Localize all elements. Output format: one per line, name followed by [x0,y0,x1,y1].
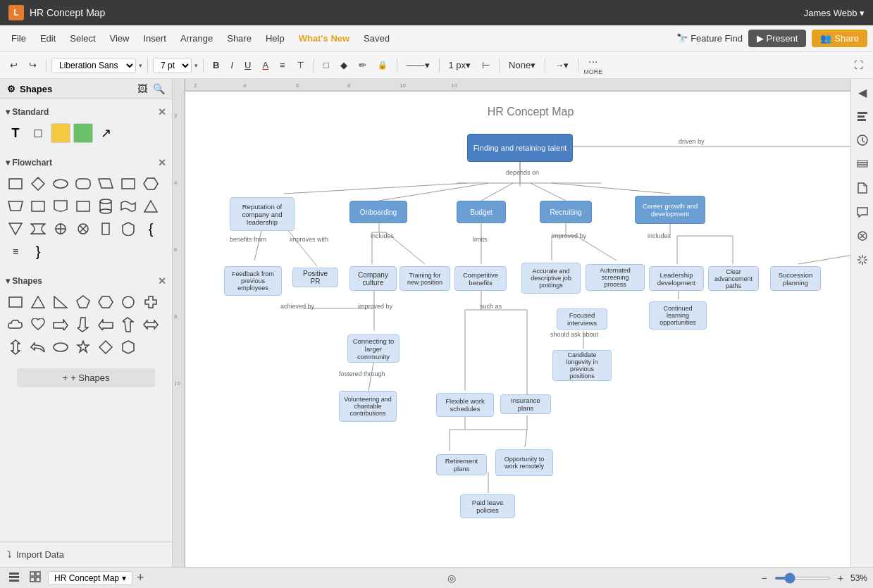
node-candidate-longevity[interactable]: Candidate longevity in previous position… [552,350,612,381]
fc-oval[interactable] [51,174,70,194]
history-icon[interactable] [853,131,872,149]
italic-button[interactable]: I [226,58,237,73]
font-size-select[interactable]: 7 pt [153,58,192,73]
fc-brace-right[interactable]: } [28,242,48,261]
s-arrow-lr[interactable] [141,315,161,334]
fc-shield[interactable] [118,219,138,239]
zoom-plus-button[interactable]: + [835,571,846,585]
rect-shape[interactable]: □ [28,123,48,143]
node-succession[interactable]: Succession planning [770,266,821,291]
node-reputation[interactable]: Reputation of company and leadership [230,197,295,231]
line-color-button[interactable]: ✏ [354,58,371,73]
plugin-icon[interactable] [853,227,872,245]
s-arrow-back[interactable] [28,337,48,357]
s-rect[interactable] [6,292,25,312]
underline-button[interactable]: U [240,58,255,73]
s-triangle[interactable] [28,292,48,312]
s-diamond[interactable] [96,337,116,357]
menu-view[interactable]: View [104,30,135,46]
fullscreen-button[interactable]: ⛶ [850,58,867,73]
more-button[interactable]: ··· MORE [583,56,602,75]
node-onboarding[interactable]: Onboarding [349,201,407,223]
arrow-shape[interactable]: ↗ [96,123,116,143]
node-positive-pr[interactable]: Positive PR [292,268,338,287]
green-rect-shape[interactable] [73,123,93,143]
tab-name-button[interactable]: HR Concept Map ▾ [48,571,132,585]
edit-style-button[interactable]: 🔒 [373,58,392,72]
menu-insert[interactable]: Insert [137,30,172,46]
fc-rect[interactable] [6,174,25,194]
zoom-minus-button[interactable]: − [759,571,770,585]
user-menu[interactable]: James Webb ▾ [804,8,865,18]
flowchart-section-header[interactable]: ▾ Flowchart ✕ [4,154,168,171]
font-color-button[interactable]: A [258,58,273,73]
font-select[interactable]: Liberation Sans [51,58,136,73]
list-view-button[interactable] [6,570,23,585]
standard-section-header[interactable]: ▾ Standard ✕ [4,104,168,120]
s-cloud[interactable] [6,315,25,334]
fc-brace-left[interactable]: { [141,219,161,239]
menu-help[interactable]: Help [260,30,290,46]
node-flexible-work[interactable]: Flexible work schedules [436,393,494,417]
line-width-select[interactable]: 1 px▾ [445,58,476,73]
node-career-growth[interactable]: Career growth and development [635,196,705,224]
fc-cylinder[interactable] [96,196,116,216]
bold-button[interactable]: B [209,58,223,73]
s-hex[interactable] [96,292,116,312]
node-continued-learning[interactable]: Continued learning opportunities [649,301,707,330]
fc-bow[interactable] [28,219,48,239]
s-star[interactable] [73,337,93,357]
text-pos-button[interactable]: ⊤ [292,58,309,73]
fill-color-button[interactable]: ◆ [336,58,352,73]
feature-find-button[interactable]: 🔭 Feature Find [676,33,743,44]
s-right-triangle[interactable] [51,292,70,312]
flowchart-close[interactable]: ✕ [158,157,166,168]
node-volunteering[interactable]: Volunteering and charitable contribution… [339,391,397,422]
zoom-slider[interactable] [774,577,831,580]
node-competitive-benefits[interactable]: Competitive benefits [454,266,507,291]
node-budget[interactable]: Budget [457,201,506,223]
node-insurance[interactable]: Insurance plans [500,394,551,414]
node-leadership-dev[interactable]: Leadership development [649,266,704,291]
text-shape[interactable]: T [6,123,25,143]
grid-view-button[interactable] [27,570,44,586]
node-finding-talent[interactable]: Finding and retaining talent [467,134,573,162]
standard-close[interactable]: ✕ [158,106,166,118]
node-retirement[interactable]: Retirement plans [436,454,487,475]
format-panel-icon[interactable] [853,107,872,125]
fc-parallelogram[interactable] [96,174,116,194]
s-arrow-ud[interactable] [6,337,25,357]
node-company-culture[interactable]: Company culture [349,266,397,291]
collapse-panel-icon[interactable]: ◀ [853,83,872,101]
fc-rect2[interactable] [118,174,138,194]
node-feedback[interactable]: Feedback from previous employees [224,266,282,296]
menu-share[interactable]: Share [221,30,257,46]
waypoint-button[interactable]: ⊢ [478,58,494,73]
s-arrow-left[interactable] [96,315,116,334]
present-button[interactable]: ▶ Present [748,30,806,47]
line-style-select[interactable]: ——▾ [402,58,434,73]
fc-trap[interactable] [6,196,25,216]
fc-x[interactable] [73,219,93,239]
node-job-postings[interactable]: Accurate and descriptive job postings [521,263,581,294]
image-icon[interactable]: 🖼 [137,83,147,94]
fc-round-rect[interactable] [73,174,93,194]
conn-style-select[interactable]: None▾ [504,58,540,73]
add-tab-button[interactable]: + [137,570,144,585]
node-focused-interviews[interactable]: Focused interviews [557,308,607,330]
menu-file[interactable]: File [6,30,32,46]
menu-arrange[interactable]: Arrange [175,30,218,46]
node-remote-work[interactable]: Opportunity to work remotely [495,449,553,476]
fc-doc[interactable] [51,196,70,216]
fc-rect4[interactable] [73,196,93,216]
s-hexagon2[interactable] [118,337,138,357]
s-arrow-up[interactable] [118,315,138,334]
user-name[interactable]: James Webb ▾ [804,8,865,18]
diagram-canvas[interactable]: HR Concept Map [185,92,850,567]
menu-edit[interactable]: Edit [35,30,61,46]
fc-tape[interactable] [118,196,138,216]
fc-diamond[interactable] [28,174,48,194]
menu-whats-new[interactable]: What's New [293,30,355,46]
menu-saved[interactable]: Saved [358,30,395,46]
fc-lines[interactable]: ≡ [6,242,25,261]
